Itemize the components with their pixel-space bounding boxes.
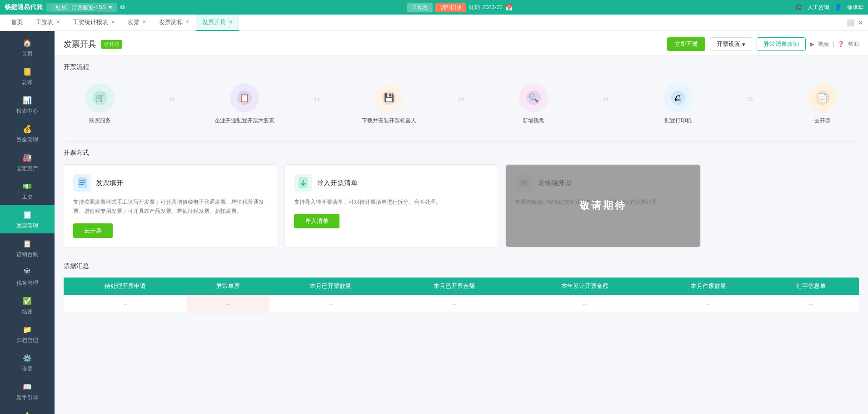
main-content: 发票开具 待开通 立即开通 开票设置 ▾ 异常清单查询 ▶ 视频 | ❓ 帮助	[55, 31, 868, 414]
summary-val-void-count: --	[653, 295, 763, 313]
sidebar-item-assets[interactable]: 🏭 固定资产	[0, 147, 55, 176]
open-now-button[interactable]: 立即开通	[667, 37, 705, 51]
page-title: 发票开具	[64, 39, 96, 50]
flow-step-label-buy-service: 购买服务	[89, 117, 111, 125]
period-value: 2023-02	[483, 4, 503, 10]
switch-old-button[interactable]: 切到旧版	[435, 3, 466, 12]
page-actions: 立即开通 开票设置 ▾ 异常清单查询 ▶ 视频 | ❓ 帮助	[667, 37, 859, 51]
flow-step-open-invoice: 📄 去开票	[786, 83, 859, 125]
sidebar-item-salary[interactable]: 💵 工资	[0, 176, 55, 205]
summary-header-year-amount: 本年累计开票金额	[516, 278, 654, 295]
sidebar-item-reports[interactable]: 📊 报表中心	[0, 90, 55, 119]
sidebar-label-assets: 固定资产	[16, 165, 38, 172]
flow-step-printer: 🖨 配置打印机	[642, 83, 714, 125]
sidebar-item-member[interactable]: ⭐ 畅会员	[0, 405, 55, 414]
tab-salary-report[interactable]: 工资统计报表 ✕	[66, 15, 121, 31]
method-card-manual: 发票填开 支持按照发票样式手工填写开发票；可开具增值税电子普通发票、增值税普通发…	[64, 164, 277, 247]
sidebar-label-settings: 设置	[22, 365, 33, 373]
method-card-import-title: 导入开票清单	[317, 179, 358, 187]
overlay-text: 敬请期待	[579, 199, 627, 212]
tab-invoice[interactable]: 发票 ✕	[121, 15, 153, 31]
purchase-sales-icon: 📋	[22, 238, 33, 249]
summary-val-pending: --	[64, 295, 187, 313]
help-label[interactable]: 帮助	[848, 40, 859, 48]
app-logo: 畅捷通易代账	[5, 3, 43, 11]
tab-salary[interactable]: 工资表 ✕	[29, 15, 66, 31]
import-list-button[interactable]: 导入清单	[294, 214, 339, 228]
sidebar-item-archive[interactable]: 📁 归档管理	[0, 319, 55, 348]
customer-service-label[interactable]: 人工咨询	[808, 4, 829, 11]
sidebar-item-invoice-mgmt[interactable]: 🧾 发票管理	[0, 205, 55, 233]
close-tab-invoice[interactable]: ✕	[142, 19, 146, 25]
flow-step-label-printer: 配置打印机	[664, 117, 692, 125]
flow-arrow-3: ››	[425, 93, 497, 115]
flow-arrow-2: ››	[281, 93, 353, 115]
window-restore-button[interactable]: ⬜	[847, 19, 854, 26]
status-badge: 待开通	[101, 40, 122, 49]
tab-invoice-calc[interactable]: 发票测算 ✕	[153, 15, 196, 31]
company-selector[interactable]: （处划）江西服宝-LSS ▼	[46, 3, 117, 12]
home-icon: 🏠	[22, 37, 33, 48]
assets-icon: 🏭	[22, 152, 33, 163]
copy-icon[interactable]: ⧉	[120, 4, 125, 11]
svg-rect-14	[79, 182, 85, 183]
service-icon: 🎧	[795, 4, 802, 10]
sidebar-item-funds[interactable]: 💰 资金管理	[0, 119, 55, 147]
summary-header-pending: 待处理开票申请	[64, 278, 187, 295]
method-card-boss: 老板端开票 查看老板端小程序提交的开票申请，并作出相应的开票处理。 敬请期待	[505, 164, 701, 247]
user-icon: 👤	[835, 4, 842, 10]
summary-val-abnormal: --	[187, 295, 269, 313]
video-icon: ▶	[810, 41, 814, 47]
abnormal-query-button[interactable]: 异常清单查询	[757, 37, 806, 51]
close-tab-salary-report[interactable]: ✕	[111, 19, 115, 25]
close-tab-invoice-tool[interactable]: ✕	[229, 19, 233, 25]
flow-step-label-config: 企业开通配置开票六要素	[215, 117, 274, 125]
top-bar: 畅捷通易代账 （处划）江西服宝-LSS ▼ ⧉ 工作台 切到旧版 账期 2023…	[0, 0, 868, 15]
tab-invoice-tool[interactable]: 发票开具 ✕	[196, 15, 239, 31]
close-tab-invoice-calc[interactable]: ✕	[185, 19, 190, 25]
window-controls: ⬜ ✕	[847, 19, 868, 26]
download-icon: 💾	[374, 83, 404, 112]
flow-step-buy-service: 🛒 购买服务	[64, 83, 136, 125]
summary-table-data-row: -- -- -- -- -- -- --	[64, 295, 859, 313]
sidebar-item-tax[interactable]: 🏛 税务管理	[0, 262, 55, 291]
workspace-button[interactable]: 工作台	[407, 3, 433, 12]
sidebar-item-guide[interactable]: 📖 新手引导	[0, 377, 55, 405]
sidebar-item-settings[interactable]: ⚙️ 设置	[0, 348, 55, 377]
flow-step-label-taxdisk: 新增税盘	[523, 117, 544, 125]
method-card-manual-title: 发票填开	[96, 179, 123, 187]
method-cards: 发票填开 支持按照发票样式手工填写开发票；可开具增值税电子普通发票、增值税普通发…	[64, 164, 859, 247]
summary-header-abnormal: 异常单票	[187, 278, 269, 295]
member-icon: ⭐	[22, 410, 33, 414]
summary-val-year-amount: --	[516, 295, 654, 313]
dropdown-arrow-icon: ▼	[108, 4, 113, 10]
method-card-manual-header: 发票填开	[73, 174, 268, 192]
help-icon: ❓	[838, 41, 844, 47]
methods-section-title: 开票方式	[64, 149, 859, 157]
summary-val-month-amount: --	[393, 295, 516, 313]
sidebar-item-home[interactable]: 🏠 首页	[0, 33, 55, 61]
page-helper: ▶ 视频 | ❓ 帮助	[810, 40, 859, 48]
username-label[interactable]: 徐泽华	[847, 4, 863, 11]
guide-icon: 📖	[22, 381, 33, 392]
sidebar-item-purchase-sales[interactable]: 📋 进销台账	[0, 233, 55, 262]
go-invoice-button[interactable]: 去开票	[73, 223, 113, 238]
settlement-icon: ✅	[22, 295, 33, 306]
window-close-button[interactable]: ✕	[858, 19, 863, 26]
video-label[interactable]: 视频	[818, 40, 829, 48]
sidebar-item-settlement[interactable]: ✅ 结账	[0, 291, 55, 319]
sidebar-item-ledger[interactable]: 📒 总账	[0, 61, 55, 90]
calendar-icon[interactable]: 📅	[505, 4, 513, 11]
config-icon: 📋	[230, 83, 259, 112]
chevron-down-icon: ▾	[742, 41, 745, 48]
svg-text:📄: 📄	[818, 93, 828, 103]
buy-service-icon: 🛒	[85, 83, 115, 112]
tab-home[interactable]: 首页	[5, 15, 29, 31]
open-settings-button[interactable]: 开票设置 ▾	[710, 37, 752, 51]
summary-val-month-count: --	[269, 295, 393, 313]
sidebar-label-funds: 资金管理	[16, 136, 38, 144]
close-tab-salary[interactable]: ✕	[56, 19, 60, 25]
printer-icon: 🖨	[663, 83, 693, 112]
page-title-area: 发票开具 待开通	[64, 39, 122, 50]
sidebar-label-settlement: 结账	[22, 308, 33, 316]
